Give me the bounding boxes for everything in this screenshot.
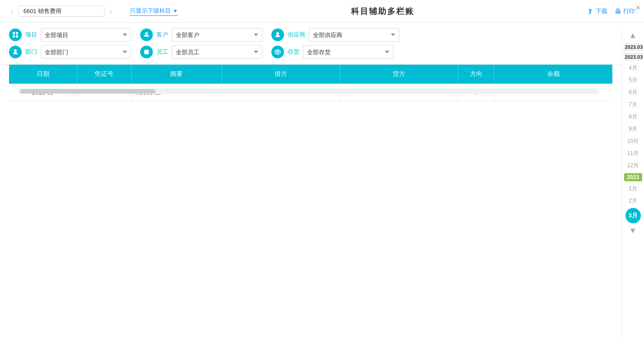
sidebar-month-11[interactable]: 11月 bbox=[623, 147, 643, 160]
customer-icon bbox=[140, 28, 153, 41]
svg-rect-3 bbox=[16, 35, 18, 38]
sidebar-month-6[interactable]: 6月 bbox=[623, 86, 643, 99]
account-code-input[interactable] bbox=[19, 5, 104, 17]
sidebar-month-9[interactable]: 9月 bbox=[623, 123, 643, 135]
sidebar-month-4[interactable]: 4月 bbox=[623, 62, 643, 74]
sidebar-month-8[interactable]: 8月 bbox=[623, 111, 643, 123]
department-label: 部门 bbox=[25, 48, 37, 56]
col-voucher: 凭证号 bbox=[77, 65, 131, 84]
filter-supplier: 供应商 全部供应商 bbox=[271, 28, 399, 42]
download-label: 下载 bbox=[596, 7, 607, 15]
sidebar-up-button[interactable]: ▲ bbox=[627, 29, 639, 42]
department-icon bbox=[9, 46, 22, 58]
download-button[interactable]: ⮭ 下载 bbox=[587, 7, 607, 15]
sidebar-year-2023[interactable]: 2023 bbox=[624, 173, 642, 181]
customer-select[interactable]: 全部客户 bbox=[172, 28, 262, 42]
filter-employee: 员工 全部员工 bbox=[140, 45, 262, 59]
supplier-select[interactable]: 全部供应商 bbox=[309, 28, 399, 42]
close-button[interactable]: × bbox=[635, 4, 640, 12]
page-title: 科目辅助多栏账 bbox=[351, 6, 414, 17]
sidebar-month-5[interactable]: 5月 bbox=[623, 74, 643, 86]
col-credit: 贷方 bbox=[340, 65, 458, 84]
inventory-label: 存货 bbox=[288, 48, 299, 56]
right-sidebar: ▲ 2023.03 2023.03 4月 5月 6月 7月 8月 9月 10月 … bbox=[621, 27, 644, 340]
col-description: 摘要 bbox=[131, 65, 222, 84]
supplier-icon bbox=[271, 28, 284, 41]
only-child-label: 只显示下级科目 bbox=[130, 7, 171, 15]
svg-rect-1 bbox=[16, 32, 18, 34]
next-account-button[interactable]: › bbox=[108, 7, 114, 16]
col-debit: 借方 bbox=[222, 65, 340, 84]
sidebar-month-10[interactable]: 10月 bbox=[623, 135, 643, 147]
sidebar-month-1[interactable]: 1月 bbox=[623, 183, 643, 195]
col-balance: 余额 bbox=[494, 65, 612, 84]
svg-rect-2 bbox=[13, 35, 15, 38]
employee-label: 员工 bbox=[156, 48, 168, 56]
print-button[interactable]: 🖶 打印 bbox=[615, 7, 635, 15]
filter-row-2: 部门 全部部门 员工 全部员工 存货 全部存货 bbox=[9, 45, 635, 59]
scrollbar-thumb[interactable] bbox=[20, 89, 156, 94]
sidebar-month-3-active[interactable]: 3月 bbox=[625, 208, 641, 223]
ledger-table: 日期 凭证号 摘要 借方 贷方 方向 余额 2023-03 期初余额 平 bbox=[9, 65, 612, 101]
inventory-icon bbox=[271, 46, 284, 58]
filter-department: 部门 全部部门 bbox=[9, 45, 131, 59]
project-label: 项目 bbox=[25, 31, 37, 39]
header-actions: ⮭ 下载 🖶 打印 bbox=[587, 7, 635, 15]
col-date: 日期 bbox=[9, 65, 77, 84]
filter-inventory: 存货 全部存货 bbox=[271, 45, 393, 59]
sidebar-month-2[interactable]: 2月 bbox=[623, 195, 643, 207]
project-icon bbox=[9, 28, 22, 41]
table-header-row: 日期 凭证号 摘要 借方 贷方 方向 余额 bbox=[9, 65, 612, 84]
svg-rect-6 bbox=[144, 50, 149, 54]
sidebar-month-12[interactable]: 12月 bbox=[623, 160, 643, 172]
employee-select[interactable]: 全部员工 bbox=[172, 45, 262, 59]
customer-label: 客户 bbox=[156, 31, 168, 39]
inventory-select[interactable]: 全部存货 bbox=[303, 45, 393, 59]
header-bar: ‹ › 只显示下级科目 ▼ 科目辅助多栏账 ⮭ 下载 🖶 打印 bbox=[0, 0, 644, 23]
prev-account-button[interactable]: ‹ bbox=[9, 7, 15, 16]
col-direction: 方向 bbox=[458, 65, 494, 84]
only-child-toggle[interactable]: 只显示下级科目 ▼ bbox=[130, 7, 178, 16]
sidebar-month-7[interactable]: 7月 bbox=[623, 99, 643, 111]
svg-point-4 bbox=[276, 32, 279, 35]
filter-row-1: 项目 全部项目 客户 全部客户 供应商 全部供应商 bbox=[9, 28, 635, 42]
chevron-down-icon: ▼ bbox=[173, 8, 178, 14]
print-icon: 🖶 bbox=[615, 7, 621, 15]
print-label: 打印 bbox=[623, 7, 635, 15]
horizontal-scrollbar[interactable] bbox=[18, 89, 599, 94]
supplier-label: 供应商 bbox=[288, 31, 305, 39]
sidebar-period-2[interactable]: 2023.03 bbox=[623, 53, 643, 61]
filter-customer: 客户 全部客户 bbox=[140, 28, 262, 42]
department-select[interactable]: 全部部门 bbox=[41, 45, 131, 59]
filter-project: 项目 全部项目 bbox=[9, 28, 131, 42]
employee-icon bbox=[140, 46, 153, 58]
sidebar-down-button[interactable]: ▼ bbox=[627, 224, 639, 237]
svg-rect-0 bbox=[13, 32, 15, 34]
sidebar-period-1[interactable]: 2023.03 bbox=[623, 43, 643, 51]
project-select[interactable]: 全部项目 bbox=[41, 28, 131, 42]
filter-area: 项目 全部项目 客户 全部客户 供应商 全部供应商 bbox=[0, 23, 644, 65]
download-icon: ⮭ bbox=[587, 7, 594, 15]
header-left: ‹ › 只显示下级科目 ▼ bbox=[9, 5, 178, 17]
svg-point-5 bbox=[14, 49, 17, 52]
